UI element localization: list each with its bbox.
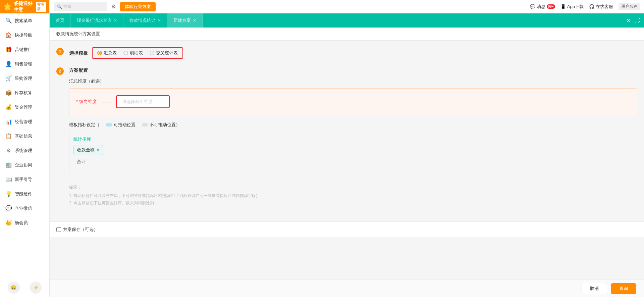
purchase-icon: 🛒 <box>5 75 12 82</box>
template-radio-group: 汇总表 明细表 交叉统计表 <box>92 47 183 59</box>
tips-title: 提示： <box>69 185 637 190</box>
legend-draggable: 可拖动位置 <box>106 122 136 128</box>
breadcrumb-text: 收款情况统计方案设置 <box>56 31 100 36</box>
sidebar-item-purchase[interactable]: 🛒 采购管理 <box>0 71 49 86</box>
page-breadcrumb: 收款情况统计方案设置 <box>50 28 644 41</box>
section1-title: 选择模板 <box>69 50 88 56</box>
legend-non-draggable: 不可拖动位置） <box>142 122 180 128</box>
tab-new-plan[interactable]: 新建方案 ✕ <box>167 13 203 28</box>
radio-summary[interactable]: 汇总表 <box>97 50 117 56</box>
sidebar-item-enterprise[interactable]: 🏢 企业协同 <box>0 158 49 172</box>
radio-cross-dot <box>150 51 154 55</box>
guide-icon: 📖 <box>5 176 12 183</box>
section2-number: 2 <box>56 67 64 75</box>
sidebar-item-label: 销售管理 <box>15 61 32 67</box>
member-icon: 👑 <box>5 219 12 226</box>
metrics-area: 统计指标 收款金额 ∨ 合计 <box>69 132 637 172</box>
dimension-row: * 纵向维度 —— 请选择分组维度 <box>76 95 630 108</box>
sidebar-item-member[interactable]: 👑 畅会员 <box>0 215 49 230</box>
close-window-icon[interactable]: ✕ <box>626 17 631 24</box>
tab-home-label: 首页 <box>56 17 64 23</box>
marketing-icon: 🎁 <box>5 46 12 53</box>
tips-section: 提示： 1. 拖动标题栏可以调整布局，不可跨维度或指标区域拖动栏目字段(只能在同… <box>69 179 637 207</box>
sidebar-item-inventory[interactable]: 📦 库存核算 <box>0 86 49 100</box>
tips-item-1: 1. 拖动标题栏可以调整布局，不可跨维度或指标区域拖动栏目字段(只能在同一维度或… <box>69 192 637 200</box>
enterprise-icon: 🏢 <box>5 162 12 168</box>
sidebar-bottom-icon-right[interactable]: ⚡ <box>30 282 42 294</box>
user-info[interactable]: 用户名称 <box>619 3 640 10</box>
sidebar-item-system[interactable]: ⚙ 系统管理 <box>0 143 49 158</box>
topbar-search[interactable]: 🔍 搜索 <box>54 2 107 11</box>
online-service-item[interactable]: 🎧 在线客服 <box>589 4 613 10</box>
tab-new-plan-close[interactable]: ✕ <box>193 18 196 23</box>
sidebar-item-sales[interactable]: 👤 销售管理 <box>0 57 49 71</box>
radio-cross-label: 交叉统计表 <box>156 50 178 56</box>
industry-plan-button[interactable]: 体验行业方案 <box>120 2 156 11</box>
dimension-section-title: 汇总维度（必选） <box>69 78 637 84</box>
cancel-button[interactable]: 取消 <box>582 283 607 294</box>
sidebar-bottom: 😊 ⚡ <box>0 278 49 297</box>
tabbar-actions: ✕ ⛶ <box>622 13 644 28</box>
sidebar-item-label: 资金管理 <box>15 104 32 110</box>
finance-icon: 💰 <box>5 104 12 110</box>
sidebar-item-search-menu[interactable]: 🔍 搜索菜单 <box>0 13 49 28</box>
tab-bank-flow-close[interactable]: ✕ <box>114 18 117 23</box>
sidebar: 🌟 畅捷通好生意 标准版 🔍 搜索菜单 🏠 快捷导航 🎁 营销推广 👤 销售管理… <box>0 0 50 297</box>
sidebar-item-wechat[interactable]: 💬 企业微信 <box>0 201 49 215</box>
save-checkbox[interactable] <box>56 227 61 232</box>
sidebar-item-guide[interactable]: 📖 新手引导 <box>0 172 49 187</box>
section1-number: 1 <box>56 48 64 55</box>
bottom-bar: 取消 查询 <box>50 280 644 297</box>
radio-cross[interactable]: 交叉统计表 <box>150 50 178 56</box>
sidebar-item-label: 基础信息 <box>15 133 32 139</box>
sidebar-bottom-icon-left[interactable]: 😊 <box>8 282 20 294</box>
sidebar-item-smart-hardware[interactable]: 💡 智能硬件 <box>0 187 49 201</box>
save-option: 方案保存（可选） <box>50 221 644 237</box>
section-template: 1 选择模板 汇总表 明细表 <box>56 47 637 59</box>
sidebar-item-basic-info[interactable]: 📋 基础信息 <box>0 129 49 143</box>
sidebar-item-label: 系统管理 <box>15 148 32 154</box>
operations-icon: 📊 <box>5 118 12 125</box>
sidebar-item-marketing[interactable]: 🎁 营销推广 <box>0 42 49 57</box>
section2-title: 方案配置 <box>69 67 637 73</box>
radio-detail-label: 明细表 <box>130 50 143 56</box>
tabbar: 首页 现金银行流水查询 ✕ 收款情况统计 ✕ 新建方案 ✕ ✕ ⛶ <box>50 13 644 28</box>
radio-detail[interactable]: 明细表 <box>123 50 143 56</box>
tab-collection-stats-close[interactable]: ✕ <box>158 18 161 23</box>
metric-tag-collection[interactable]: 收款金额 ∨ <box>73 145 103 155</box>
sales-icon: 👤 <box>5 61 12 67</box>
metric-total-label: 合计 <box>73 157 89 166</box>
dimension-select[interactable]: 请选择分组维度 <box>116 95 170 108</box>
app-download-item[interactable]: 📱 App下载 <box>560 4 584 10</box>
tab-collection-stats[interactable]: 收款情况统计 ✕ <box>123 13 167 28</box>
tab-home[interactable]: 首页 <box>50 13 71 28</box>
main-content: 🔍 搜索 ⚙ 体验行业方案 💬 消息 99+ 📱 App下载 🎧 在线客服 用户… <box>50 0 644 297</box>
message-item[interactable]: 💬 消息 99+ <box>530 4 555 10</box>
metrics-category-label: 统计指标 <box>73 136 633 142</box>
wechat-icon: 💬 <box>5 205 12 211</box>
message-icon: 💬 <box>530 4 535 9</box>
logo-badge: 标准版 <box>36 2 46 12</box>
non-draggable-legend-box <box>142 123 148 127</box>
app-download-label: App下载 <box>567 4 584 10</box>
tab-new-plan-label: 新建方案 <box>173 17 191 23</box>
smart-hardware-icon: 💡 <box>5 191 12 197</box>
query-button[interactable]: 查询 <box>611 283 636 294</box>
message-label: 消息 <box>537 4 545 10</box>
sidebar-item-finance[interactable]: 💰 资金管理 <box>0 100 49 114</box>
quick-nav-icon: 🏠 <box>5 32 12 38</box>
sidebar-item-quick-nav[interactable]: 🏠 快捷导航 <box>0 28 49 42</box>
sidebar-item-operations[interactable]: 📊 经营管理 <box>0 114 49 129</box>
radio-summary-label: 汇总表 <box>104 50 117 56</box>
sidebar-item-label: 营销推广 <box>15 47 32 53</box>
settings-icon[interactable]: ⚙ <box>111 3 116 10</box>
system-icon: ⚙ <box>5 147 12 154</box>
radio-summary-dot <box>97 51 102 55</box>
sidebar-item-label: 智能硬件 <box>15 191 32 197</box>
expand-window-icon[interactable]: ⛶ <box>635 17 640 23</box>
service-icon: 🎧 <box>589 4 594 9</box>
content-area: 收款情况统计方案设置 1 选择模板 汇总表 <box>50 28 644 280</box>
search-placeholder: 搜索 <box>63 4 71 9</box>
save-option-label: 方案保存（可选） <box>63 227 98 233</box>
tab-bank-flow[interactable]: 现金银行流水查询 ✕ <box>71 13 123 28</box>
